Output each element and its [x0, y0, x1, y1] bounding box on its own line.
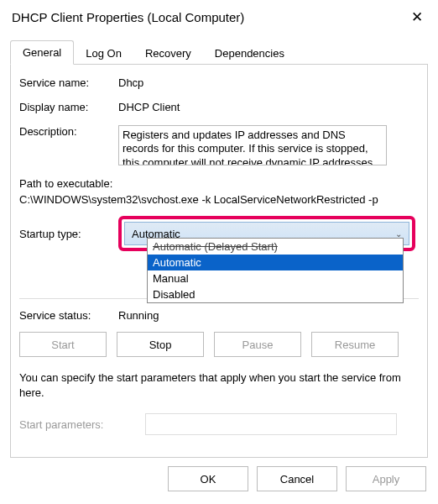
startup-option-disabled[interactable]: Disabled [148, 286, 403, 302]
window-title: DHCP Client Properties (Local Computer) [12, 10, 244, 24]
tab-log-on[interactable]: Log On [74, 42, 133, 65]
parameters-note: You can specify the start parameters tha… [19, 370, 419, 400]
value-display-name: DHCP Client [118, 101, 180, 113]
startup-option-automatic[interactable]: Automatic [148, 255, 403, 270]
tab-general[interactable]: General [10, 40, 74, 65]
label-path: Path to executable: [19, 177, 419, 190]
label-service-name: Service name: [19, 76, 118, 89]
label-startup-type: Startup type: [19, 228, 118, 240]
apply-button[interactable]: Apply [346, 466, 426, 491]
value-service-status: Running [118, 309, 159, 322]
start-button[interactable]: Start [19, 332, 107, 357]
close-icon[interactable]: ✕ [408, 8, 426, 26]
startup-option-delayed[interactable]: Automatic (Delayed Start) [148, 239, 403, 255]
label-service-status: Service status: [19, 309, 118, 322]
tab-strip: General Log On Recovery Dependencies [10, 39, 428, 65]
tab-dependencies[interactable]: Dependencies [203, 42, 296, 65]
general-panel: Service name: Dhcp Display name: DHCP Cl… [10, 65, 428, 458]
pause-button[interactable]: Pause [214, 332, 301, 357]
cancel-button[interactable]: Cancel [257, 466, 337, 491]
label-description: Description: [19, 125, 118, 165]
resume-button[interactable]: Resume [311, 332, 399, 357]
value-service-name: Dhcp [118, 76, 143, 89]
startup-option-manual[interactable]: Manual [148, 270, 403, 286]
ok-button[interactable]: OK [168, 466, 248, 491]
chevron-down-icon: ⌄ [395, 229, 402, 239]
startup-type-dropdown[interactable]: Automatic (Delayed Start) Automatic Manu… [147, 238, 404, 303]
description-box[interactable]: Registers and updates IP addresses and D… [118, 125, 387, 165]
label-display-name: Display name: [19, 101, 118, 113]
tab-recovery[interactable]: Recovery [133, 42, 203, 65]
stop-button[interactable]: Stop [117, 332, 204, 357]
label-start-parameters: Start parameters: [19, 418, 145, 431]
value-path: C:\WINDOWS\system32\svchost.exe -k Local… [19, 193, 419, 206]
start-parameters-input [145, 413, 397, 435]
